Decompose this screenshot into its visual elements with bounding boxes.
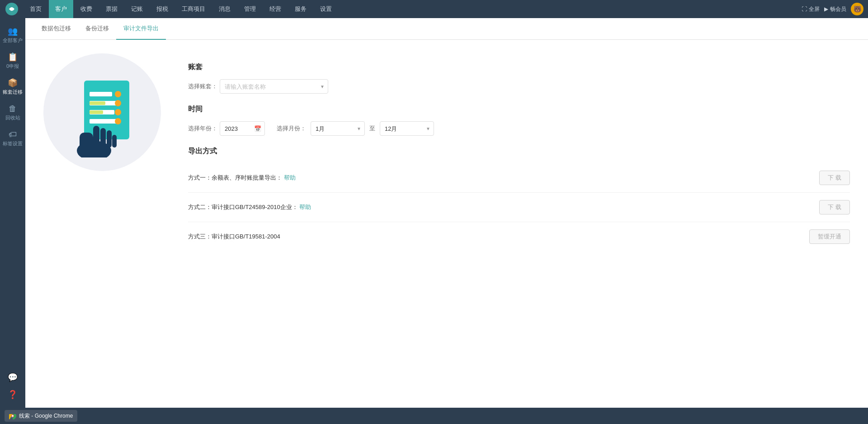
nav-customer[interactable]: 客户 bbox=[49, 0, 73, 18]
illustration-area bbox=[43, 53, 161, 171]
nav-home[interactable]: 首页 bbox=[24, 0, 48, 18]
sidebar-label-account-migrate: 账套迁移 bbox=[3, 89, 23, 95]
method1-help-link[interactable]: 帮助 bbox=[284, 174, 296, 181]
svg-rect-17 bbox=[112, 135, 117, 148]
fullscreen-icon: ⛶ bbox=[802, 6, 807, 12]
sidebar-label-recycle: 回收站 bbox=[5, 114, 20, 121]
svg-rect-15 bbox=[100, 128, 106, 148]
sidebar-item-chat[interactable]: 💬 bbox=[0, 369, 25, 386]
svg-point-9 bbox=[115, 118, 121, 124]
sidebar: 👥 全部客户 📋 0申报 📦 账套迁移 🗑 回收站 🏷 标签设置 💬 ❓ bbox=[0, 18, 25, 408]
method2-help-link[interactable]: 帮助 bbox=[299, 204, 311, 210]
account-label: 选择账套： bbox=[188, 82, 215, 91]
method2-download-button[interactable]: 下 载 bbox=[819, 200, 850, 214]
recycle-icon: 🗑 bbox=[9, 105, 17, 113]
chat-icon: 💬 bbox=[8, 373, 18, 381]
nav-message[interactable]: 消息 bbox=[212, 0, 237, 18]
taskbar-chrome-item[interactable]: 线索 - Google Chrome bbox=[5, 410, 77, 422]
tab-data-migrate[interactable]: 数据包迁移 bbox=[34, 18, 78, 40]
svg-rect-10 bbox=[90, 101, 105, 105]
svg-rect-14 bbox=[93, 126, 99, 148]
svg-rect-13 bbox=[80, 133, 93, 153]
all-customers-icon: 👥 bbox=[8, 27, 18, 35]
svg-point-8 bbox=[115, 109, 121, 115]
time-form-row: 选择年份： 2023 📅 选择月份： 1月2月3月4月 5月6月7月8月 9月1… bbox=[188, 121, 850, 136]
sidebar-label-all-customers: 全部客户 bbox=[3, 37, 23, 44]
chrome-icon bbox=[9, 412, 16, 419]
tag-settings-icon: 🏷 bbox=[9, 130, 17, 138]
vip-icon: ▶ bbox=[824, 6, 828, 12]
help-icon: ❓ bbox=[8, 391, 18, 399]
tab-backup-migrate[interactable]: 备份迁移 bbox=[78, 18, 116, 40]
vip-label: 畅会员 bbox=[830, 5, 846, 13]
nav-operation[interactable]: 经营 bbox=[263, 0, 288, 18]
method3-open-button[interactable]: 暂缓开通 bbox=[809, 229, 850, 244]
app-logo bbox=[5, 2, 19, 16]
month-from-select-wrap: 1月2月3月4月 5月6月7月8月 9月10月11月12月 ▼ bbox=[311, 121, 365, 136]
to-label: 至 bbox=[369, 124, 375, 133]
method2-text: 方式二：审计接口GB/T24589-2010企业： bbox=[188, 204, 298, 210]
month-to-select[interactable]: 1月2月3月4月 5月6月7月8月 9月10月11月 12月 bbox=[380, 121, 434, 136]
taskbar: 线索 - Google Chrome bbox=[0, 408, 868, 424]
sidebar-item-recycle[interactable]: 🗑 回收站 bbox=[0, 100, 25, 126]
account-select-wrap: ▼ bbox=[220, 79, 328, 94]
nav-tax[interactable]: 报税 bbox=[150, 0, 175, 18]
taskbar-item-label: 线索 - Google Chrome bbox=[19, 412, 73, 420]
form-area: 账套 选择账套： ▼ 时间 选择年份： 2023 📅 选择月份 bbox=[188, 53, 850, 251]
nav-invoice[interactable]: 票据 bbox=[99, 0, 124, 18]
sidebar-label-zero-declare: 0申报 bbox=[6, 63, 19, 70]
svg-point-6 bbox=[115, 91, 121, 97]
fullscreen-label: 全屏 bbox=[809, 5, 820, 13]
nav-items: 首页 客户 收费 票据 记账 报税 工商项目 消息 管理 经营 服务 设置 bbox=[24, 0, 802, 18]
nav-service[interactable]: 服务 bbox=[288, 0, 313, 18]
sidebar-bottom: 💬 ❓ bbox=[0, 369, 25, 408]
time-section-title: 时间 bbox=[188, 105, 850, 114]
method2-description: 方式二：审计接口GB/T24589-2010企业： 帮助 bbox=[188, 203, 311, 211]
svg-point-20 bbox=[12, 415, 14, 417]
month-to-select-wrap: 1月2月3月4月 5月6月7月8月 9月10月11月 12月 ▼ bbox=[380, 121, 434, 136]
nav-industry[interactable]: 工商项目 bbox=[175, 0, 212, 18]
nav-settings[interactable]: 设置 bbox=[314, 0, 338, 18]
method3-text: 方式三：审计接口GB/T19581-2004 bbox=[188, 233, 280, 240]
account-form-row: 选择账套： ▼ bbox=[188, 79, 850, 94]
nav-billing[interactable]: 收费 bbox=[74, 0, 99, 18]
sidebar-item-all-customers[interactable]: 👥 全部客户 bbox=[0, 23, 25, 48]
content-area: 数据包迁移 备份迁移 审计文件导出 bbox=[25, 18, 868, 408]
top-nav-right: ⛶ 全屏 ▶ 畅会员 🐻 bbox=[802, 3, 863, 15]
main-layout: 👥 全部客户 📋 0申报 📦 账套迁移 🗑 回收站 🏷 标签设置 💬 ❓ bbox=[0, 18, 868, 408]
year-input-wrap: 2023 📅 bbox=[220, 121, 265, 136]
month-label: 选择月份： bbox=[277, 124, 306, 133]
illustration-circle bbox=[43, 53, 161, 171]
fullscreen-button[interactable]: ⛶ 全屏 bbox=[802, 5, 820, 13]
account-input[interactable] bbox=[220, 79, 328, 94]
zero-declare-icon: 📋 bbox=[8, 53, 18, 61]
svg-rect-5 bbox=[90, 119, 117, 124]
sidebar-label-tag-settings: 标签设置 bbox=[3, 140, 23, 147]
svg-rect-11 bbox=[90, 110, 103, 114]
tab-audit-export[interactable]: 审计文件导出 bbox=[116, 18, 166, 40]
nav-bookkeeping[interactable]: 记账 bbox=[125, 0, 149, 18]
account-migrate-icon: 📦 bbox=[8, 79, 18, 87]
vip-button[interactable]: ▶ 畅会员 bbox=[824, 5, 846, 13]
method3-description: 方式三：审计接口GB/T19581-2004 bbox=[188, 233, 280, 241]
nav-manage[interactable]: 管理 bbox=[238, 0, 262, 18]
svg-rect-16 bbox=[107, 130, 112, 148]
year-label: 选择年份： bbox=[188, 124, 215, 133]
export-method-3: 方式三：审计接口GB/T19581-2004 暂缓开通 bbox=[188, 222, 850, 251]
sidebar-item-zero-declare[interactable]: 📋 0申报 bbox=[0, 48, 25, 74]
export-section-title: 导出方式 bbox=[188, 147, 850, 156]
method1-download-button[interactable]: 下 载 bbox=[819, 171, 850, 185]
sidebar-item-tag-settings[interactable]: 🏷 标签设置 bbox=[0, 126, 25, 152]
sidebar-item-help[interactable]: ❓ bbox=[0, 386, 25, 403]
account-section-title: 账套 bbox=[188, 62, 850, 72]
method1-text: 方式一：余额表、序时账批量导出： bbox=[188, 174, 282, 181]
year-input[interactable]: 2023 bbox=[220, 121, 265, 136]
svg-point-7 bbox=[115, 100, 121, 106]
avatar[interactable]: 🐻 bbox=[851, 3, 863, 15]
sidebar-item-account-migrate[interactable]: 📦 账套迁移 bbox=[0, 74, 25, 100]
month-from-select[interactable]: 1月2月3月4月 5月6月7月8月 9月10月11月12月 bbox=[311, 121, 365, 136]
top-navigation: 首页 客户 收费 票据 记账 报税 工商项目 消息 管理 经营 服务 设置 ⛶ … bbox=[0, 0, 868, 18]
method1-description: 方式一：余额表、序时账批量导出： 帮助 bbox=[188, 174, 296, 182]
export-method-2: 方式二：审计接口GB/T24589-2010企业： 帮助 下 载 bbox=[188, 193, 850, 222]
page-content: 账套 选择账套： ▼ 时间 选择年份： 2023 📅 选择月份 bbox=[25, 40, 868, 408]
